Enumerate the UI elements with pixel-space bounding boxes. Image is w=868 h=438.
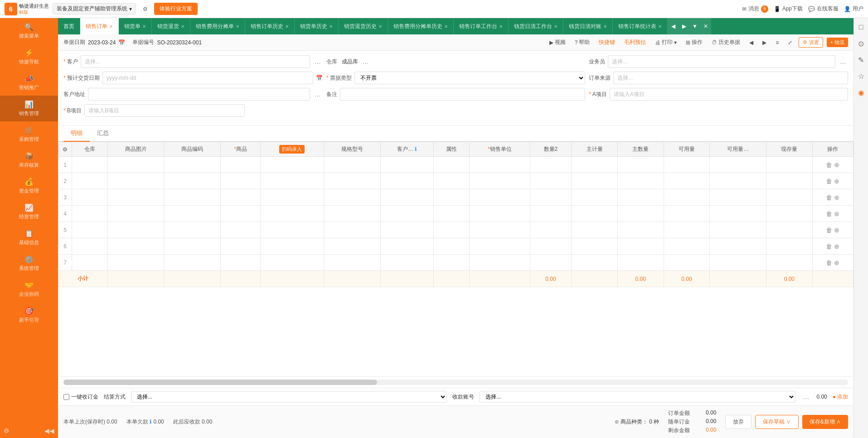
salesperson-ellipsis-icon[interactable]: … xyxy=(838,58,848,65)
cell-code[interactable] xyxy=(164,157,221,173)
salesperson-input[interactable] xyxy=(608,55,835,68)
tab-summary[interactable]: 汇总 xyxy=(90,125,116,142)
tab-close-icon[interactable]: ✕ xyxy=(285,24,289,29)
delete-row-icon[interactable]: 🗑 xyxy=(826,259,832,266)
cell-qty2[interactable] xyxy=(530,157,572,173)
invoice-type-select[interactable]: 不开票 xyxy=(354,72,586,84)
help-btn[interactable]: ? 帮助 xyxy=(572,38,593,47)
cell-main-qty[interactable] xyxy=(617,157,664,173)
cell-unit[interactable] xyxy=(469,157,530,173)
copy-row-icon[interactable]: ⊕ xyxy=(834,178,839,185)
delivery-date-input[interactable] xyxy=(102,72,313,84)
discard-button[interactable]: 放弃 xyxy=(725,415,752,429)
sidebar-item-finance[interactable]: 💰 资金管理 xyxy=(0,173,58,199)
tab-sales-bill-history[interactable]: 销货单历史 ✕ xyxy=(295,18,339,34)
sidebar-item-quick-nav[interactable]: ⚡ 快捷导航 xyxy=(0,44,58,70)
cell-product[interactable] xyxy=(221,157,261,173)
right-panel-icon-3[interactable]: ✎ xyxy=(856,54,867,65)
warehouse-ellipsis-icon[interactable]: … xyxy=(361,58,371,65)
system-selector[interactable]: 装备及固定资产辅助管理系统 ▾ xyxy=(53,3,136,14)
tab-close-icon[interactable]: ✕ xyxy=(658,24,662,29)
tab-nav-prev[interactable]: ◀ xyxy=(668,18,679,34)
right-panel-icon-2[interactable]: ⊙ xyxy=(856,38,867,49)
cell-customer-code[interactable] xyxy=(380,157,434,173)
sidebar-item-purchase[interactable]: 🛒 采购管理 xyxy=(0,121,58,147)
online-service-button[interactable]: 💬 在线客服 xyxy=(808,5,839,13)
user-button[interactable]: 👤 用户 xyxy=(844,5,863,13)
nav-prev-btn[interactable]: ◀ xyxy=(747,39,756,47)
sidebar-item-guide[interactable]: 🎯 新手引导 xyxy=(0,302,58,328)
right-panel-icon-1[interactable]: □ xyxy=(856,22,867,33)
tab-sales-bill[interactable]: 销货单 ✕ xyxy=(119,18,152,34)
delivery-calendar-icon[interactable]: 📅 xyxy=(316,75,323,81)
note-input[interactable] xyxy=(340,88,586,101)
tab-close-icon[interactable]: ✕ xyxy=(444,24,448,29)
nav-next-btn[interactable]: ▶ xyxy=(760,39,769,47)
add-payment-button[interactable]: ● 添加 xyxy=(833,393,848,401)
copy-row-icon[interactable]: ⊕ xyxy=(834,161,839,168)
tab-close-icon[interactable]: ✕ xyxy=(142,24,146,29)
cell-warehouse[interactable] xyxy=(72,157,108,173)
expand-btn[interactable]: ⤢ xyxy=(785,39,795,47)
copy-row-icon[interactable]: ⊕ xyxy=(834,194,839,201)
payment-method-select[interactable]: 选择... xyxy=(131,391,447,403)
solution-button[interactable]: 体验行业方案 xyxy=(154,3,198,15)
delete-row-icon[interactable]: 🗑 xyxy=(826,178,832,185)
tab-close-icon[interactable]: ✕ xyxy=(378,24,382,29)
tab-sales-expense[interactable]: 销售费用分摊单 ✕ xyxy=(190,18,245,34)
tab-sales-order[interactable]: 销售订单 ✕ xyxy=(80,18,119,34)
delete-row-icon[interactable]: 🗑 xyxy=(826,210,832,217)
tab-nav-close[interactable]: ✕ xyxy=(700,18,711,34)
profit-btn[interactable]: 毛利预估 xyxy=(621,38,649,47)
account-ellipsis-icon[interactable]: … xyxy=(801,393,811,400)
address-input[interactable] xyxy=(88,88,310,101)
sidebar-settings-icon[interactable]: ⚙ xyxy=(4,427,10,434)
address-ellipsis-icon[interactable]: … xyxy=(313,91,323,98)
message-button[interactable]: ✉ 消息 9 xyxy=(742,5,768,13)
one-click-checkbox[interactable] xyxy=(63,394,69,400)
tab-daily-reconcile[interactable]: 钱货日清对账 ✕ xyxy=(563,18,613,34)
copy-row-icon[interactable]: ⊕ xyxy=(834,210,839,217)
right-panel-icon-4[interactable]: ☆ xyxy=(856,71,867,82)
history-btn[interactable]: ⏱ 历史单据 xyxy=(709,38,743,47)
print-btn[interactable]: 🖨 打印 ▾ xyxy=(652,38,679,47)
operations-btn[interactable]: ⊞ 操作 xyxy=(683,38,705,47)
calendar-icon[interactable]: 📅 xyxy=(118,39,125,46)
sidebar-item-basic-info[interactable]: 📋 基础信息 xyxy=(0,225,58,250)
b-project-input[interactable] xyxy=(84,104,245,117)
right-panel-icon-5[interactable]: ◉ xyxy=(856,87,867,98)
copy-row-icon[interactable]: ⊕ xyxy=(834,259,839,266)
sidebar-item-marketing[interactable]: 📣 营销推广 xyxy=(0,70,58,96)
tab-nav-menu[interactable]: ▼ xyxy=(689,18,700,34)
th-settings[interactable]: ⚙ xyxy=(58,142,72,157)
delete-row-icon[interactable]: 🗑 xyxy=(826,194,832,201)
sidebar-collapse-icon[interactable]: ◀◀ xyxy=(44,427,54,434)
save-draft-button[interactable]: 保存草稿 ∨ xyxy=(755,415,798,429)
sidebar-item-sales[interactable]: 📊 销售管理 xyxy=(0,96,58,121)
layout-btn[interactable]: ≡ xyxy=(773,39,781,47)
copy-row-icon[interactable]: ⊕ xyxy=(834,226,839,234)
delete-row-icon[interactable]: 🗑 xyxy=(826,243,832,250)
sidebar-item-operations[interactable]: 📈 经营管理 xyxy=(0,199,58,225)
save-new-button[interactable]: 保存&新增 ∧ xyxy=(802,415,848,429)
horizontal-scrollbar[interactable] xyxy=(63,380,848,385)
add-material-btn[interactable]: + 物流 xyxy=(827,38,848,47)
settings-btn[interactable]: ⚙ 设置 xyxy=(799,37,823,48)
view-btn[interactable]: ▶ 视频 xyxy=(547,38,568,47)
tab-order-workbench[interactable]: 销售订单工作台 ✕ xyxy=(454,18,509,34)
tab-daily-workbench[interactable]: 钱货日清工作台 ✕ xyxy=(509,18,563,34)
tab-statistics[interactable]: 销售订单统计表 ✕ xyxy=(613,18,668,34)
tab-close-icon[interactable]: ✕ xyxy=(236,24,239,29)
delete-row-icon[interactable]: 🗑 xyxy=(826,161,832,168)
tab-close-icon[interactable]: ✕ xyxy=(499,24,503,29)
shortcut-btn[interactable]: 快捷键 xyxy=(596,38,618,47)
copy-row-icon[interactable]: ⊕ xyxy=(834,243,839,250)
customer-input[interactable] xyxy=(81,55,310,68)
tab-close-icon[interactable]: ✕ xyxy=(554,24,558,29)
settings-icon[interactable]: ⚙ xyxy=(140,4,150,14)
tab-close-icon[interactable]: ✕ xyxy=(109,24,113,29)
sidebar-item-search[interactable]: 🔍 搜索菜单 xyxy=(0,18,58,44)
tab-sales-return[interactable]: 销货退货 ✕ xyxy=(152,18,190,34)
tab-close-icon[interactable]: ✕ xyxy=(329,24,333,29)
tab-expense-history[interactable]: 销售费用分摊单历史 ✕ xyxy=(388,18,454,34)
